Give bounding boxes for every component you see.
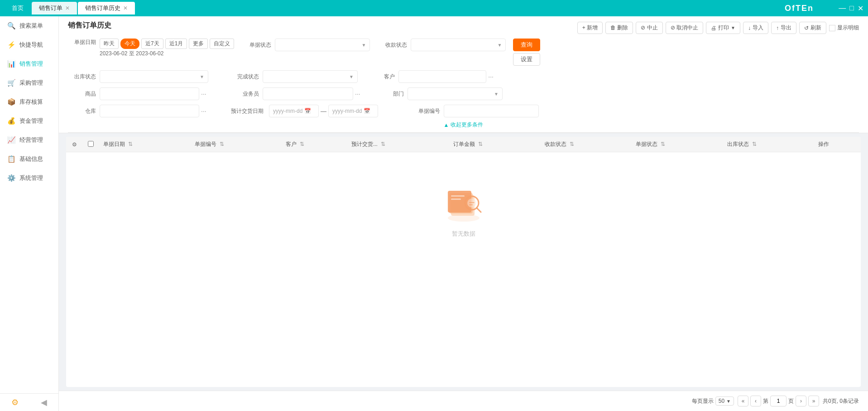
sort-expected-delivery-icon[interactable]: ⇅ <box>381 141 385 147</box>
calendar-to-icon[interactable]: 📅 <box>364 108 370 114</box>
date-from-input[interactable]: yyyy-mm-dd 📅 <box>269 105 319 117</box>
close-btn[interactable]: ✕ <box>858 4 863 13</box>
tab-home[interactable]: 首页 <box>5 2 31 15</box>
minimize-btn[interactable]: — <box>839 4 846 12</box>
col-doc-status: 单据状态 ⇅ <box>631 137 723 152</box>
sidebar-item-inventory[interactable]: 📦 库存核算 <box>0 92 58 111</box>
print-icon: 🖨 <box>711 25 716 31</box>
stop-btn[interactable]: ⊘ 中止 <box>636 22 662 34</box>
page-size-chevron: ▼ <box>726 399 731 404</box>
svg-rect-9 <box>469 202 475 203</box>
sort-order-amount-icon[interactable]: ⇅ <box>478 141 483 147</box>
page-size-dropdown[interactable]: 50 ▼ <box>715 396 734 406</box>
display-detail-toggle[interactable]: 显示明细 <box>829 24 859 32</box>
cancel-stop-btn[interactable]: ⊘ 取消中止 <box>666 22 703 34</box>
col-doc-number: 单据编号 ⇅ <box>190 137 282 152</box>
page-label: 第 <box>763 397 768 405</box>
brand-text: OfTEn <box>785 4 814 13</box>
sidebar-item-capital-mgmt[interactable]: 💰 资金管理 <box>0 111 58 131</box>
date-btn-more[interactable]: 更多 <box>189 39 208 49</box>
sort-doc-number-icon[interactable]: ⇅ <box>220 141 224 147</box>
delete-btn[interactable]: 🗑 删除 <box>605 22 633 34</box>
tab-sales-order-history[interactable]: 销售订单历史 ✕ <box>78 2 135 15</box>
sort-doc-date-icon[interactable]: ⇅ <box>128 141 133 147</box>
table-settings-icon[interactable]: ⚙ <box>72 141 77 148</box>
customer-input[interactable] <box>398 70 486 83</box>
purchase-mgmt-icon: 🛒 <box>7 79 16 87</box>
sidebar-collapse-icon[interactable]: ◀ <box>41 397 47 407</box>
tab-sales-order-history-close[interactable]: ✕ <box>123 5 128 11</box>
salesperson-dots[interactable]: ··· <box>355 90 360 97</box>
prev-page-btn[interactable]: ‹ <box>750 396 761 406</box>
inventory-icon: 📦 <box>7 98 16 106</box>
goods-input[interactable] <box>100 87 199 100</box>
expected-delivery-label: 预计交货日期 <box>231 107 267 115</box>
col-doc-date: 单据日期 ⇅ <box>99 137 190 152</box>
sidebar-item-base-info[interactable]: 📋 基础信息 <box>0 150 58 169</box>
warehouse-dots[interactable]: ··· <box>201 107 206 115</box>
calendar-from-icon[interactable]: 📅 <box>304 108 311 114</box>
date-btn-today[interactable]: 今天 <box>120 39 139 49</box>
next-page-btn[interactable]: › <box>796 396 806 406</box>
refresh-btn[interactable]: ↺ 刷新 <box>799 22 826 34</box>
tab-sales-order-history-label: 销售订单历史 <box>85 4 120 12</box>
department-select[interactable]: ▼ <box>408 87 503 100</box>
table-area: ⚙ 单据日期 ⇅ 单据编号 ⇅ <box>66 137 861 387</box>
tab-home-label: 首页 <box>12 4 24 12</box>
import-icon: ↓ <box>748 25 751 31</box>
import-btn[interactable]: ↓ 导入 <box>743 22 768 34</box>
sales-mgmt-icon: 📊 <box>7 60 16 68</box>
export-icon: ↑ <box>776 25 779 31</box>
sidebar-settings-icon[interactable]: ⚙ <box>11 397 19 407</box>
goods-dots[interactable]: ··· <box>201 90 206 97</box>
date-btn-7days[interactable]: 近7天 <box>141 39 163 49</box>
date-range-dash: — <box>321 108 326 115</box>
last-page-btn[interactable]: » <box>808 396 819 406</box>
sidebar-item-search-menu[interactable]: 🔍 搜索菜单 <box>0 16 58 35</box>
doc-number-input[interactable] <box>444 105 539 117</box>
new-btn[interactable]: + 新增 <box>577 22 603 34</box>
sort-receipt-status-icon[interactable]: ⇅ <box>570 141 574 147</box>
collapse-btn[interactable]: ▲ 收起更多条件 <box>68 121 859 129</box>
customer-dots[interactable]: ··· <box>488 73 494 80</box>
tab-sales-order[interactable]: 销售订单 ✕ <box>32 2 77 15</box>
sidebar-item-ops-mgmt[interactable]: 📈 经营管理 <box>0 131 58 150</box>
completion-status-select[interactable]: ▼ <box>263 70 358 83</box>
date-to-input[interactable]: yyyy-mm-dd 📅 <box>328 105 378 117</box>
settings-filter-btn[interactable]: 设置 <box>513 53 540 66</box>
outbound-status-chevron: ▼ <box>200 74 204 79</box>
export-btn[interactable]: ↑ 导出 <box>771 22 796 34</box>
doc-status-select[interactable]: ▼ <box>275 39 370 51</box>
sidebar-item-sys-mgmt-label: 系统管理 <box>19 174 43 182</box>
query-btn[interactable]: 查询 <box>513 39 540 51</box>
sidebar-item-sales-mgmt[interactable]: 📊 销售管理 <box>0 54 58 73</box>
date-btn-custom[interactable]: 自定义 <box>210 39 234 49</box>
page-number-input[interactable] <box>770 396 786 406</box>
page-unit: 页 <box>788 397 794 405</box>
sort-outbound-status-icon[interactable]: ⇅ <box>752 141 757 147</box>
filter-area: 单据日期 昨天 今天 近7天 近1月 更多 自定义 2023-06-02 至 2… <box>68 39 859 133</box>
sys-mgmt-icon: ⚙️ <box>7 174 16 182</box>
display-detail-checkbox[interactable] <box>829 25 835 31</box>
page-size-label: 每页显示 <box>692 397 714 405</box>
tab-sales-order-close[interactable]: ✕ <box>65 5 70 11</box>
empty-illustration <box>441 179 486 226</box>
empty-state: 暂无数据 <box>66 152 861 265</box>
sidebar-item-quick-nav[interactable]: ⚡ 快捷导航 <box>0 35 58 54</box>
sidebar-item-purchase-mgmt[interactable]: 🛒 采购管理 <box>0 73 58 92</box>
maximize-btn[interactable]: □ <box>849 4 854 12</box>
receipt-status-select[interactable]: ▼ <box>411 39 506 51</box>
sidebar-item-sys-mgmt[interactable]: ⚙️ 系统管理 <box>0 169 58 188</box>
sort-customer-icon[interactable]: ⇅ <box>300 141 304 147</box>
sort-doc-status-icon[interactable]: ⇅ <box>661 141 665 147</box>
svg-rect-10 <box>469 204 473 205</box>
search-menu-icon: 🔍 <box>7 22 16 30</box>
select-all-checkbox[interactable] <box>88 141 94 147</box>
date-btn-yesterday[interactable]: 昨天 <box>100 39 119 49</box>
print-btn[interactable]: 🖨 🖨 打印 打印 ▼ <box>706 22 740 34</box>
salesperson-input[interactable] <box>263 87 353 100</box>
date-btn-1month[interactable]: 近1月 <box>165 39 187 49</box>
outbound-status-select[interactable]: ▼ <box>100 70 208 83</box>
first-page-btn[interactable]: « <box>738 396 748 406</box>
warehouse-input[interactable] <box>100 105 199 117</box>
